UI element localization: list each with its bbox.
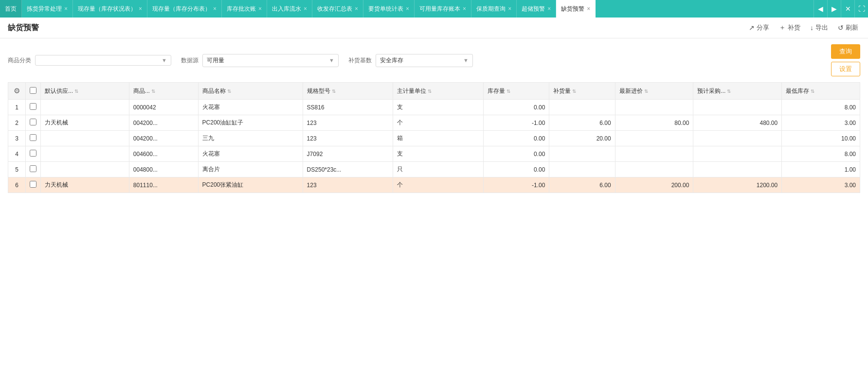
col-est-purchase-header: 预计采购... ⇅ <box>693 83 782 100</box>
export-button[interactable]: ↓ 导出 <box>808 22 830 33</box>
col-min-stock-header: 最低库存 ⇅ <box>782 83 860 100</box>
datasource-select[interactable]: 可用量 ▼ <box>202 54 339 67</box>
row-checkbox-1[interactable] <box>26 100 41 115</box>
row-stock-1: 0.00 <box>484 100 549 115</box>
col-product-code-sort-icon[interactable]: ⇅ <box>151 88 155 94</box>
tab-close-tpy[interactable]: × <box>64 5 68 12</box>
row-spec-1: SS816 <box>303 100 393 115</box>
share-label: 分享 <box>757 23 769 32</box>
tab-label-kcpc: 库存批次账 <box>227 5 256 13</box>
column-settings-icon[interactable]: ⚙ <box>14 87 20 95</box>
replenish-button[interactable]: ＋ 补货 <box>777 22 802 33</box>
tab-close-qhyj[interactable]: × <box>587 5 590 12</box>
tab-kcpc[interactable]: 库存批次账 × <box>222 0 267 18</box>
tab-close-bqcx[interactable]: × <box>508 5 511 12</box>
tab-xcl1[interactable]: 现存量（库存状况表） × <box>73 0 147 18</box>
select-all-checkbox[interactable] <box>30 87 36 94</box>
export-label: 导出 <box>815 23 828 32</box>
row-no-2: 2 <box>8 115 26 131</box>
tab-tpy[interactable]: 拣货异常处理 × <box>22 0 73 18</box>
row-select-3[interactable] <box>30 134 36 141</box>
row-product-code-1: 0000042 <box>129 100 198 115</box>
category-filter-group: 商品分类 ▼ <box>8 55 171 66</box>
table-row: 3 004200... 三九 123 箱 0.00 20.00 10.00 <box>8 131 860 146</box>
filter-actions: 查询 设置 <box>831 44 860 76</box>
tab-label-xcl1: 现存量（库存状况表） <box>78 5 136 13</box>
col-est-purchase-sort-icon[interactable]: ⇅ <box>727 88 731 94</box>
share-button[interactable]: ↗ 分享 <box>747 22 771 33</box>
row-product-name-6: PC200张紧油缸 <box>198 177 303 193</box>
settings-button[interactable]: 设置 <box>831 62 860 76</box>
row-select-6[interactable] <box>30 181 36 188</box>
col-min-stock-sort-icon[interactable]: ⇅ <box>811 88 814 94</box>
tab-kyljkzb[interactable]: 可用量库存账本 × <box>415 0 471 18</box>
col-stock-label: 库存量 <box>488 87 505 95</box>
tab-close-kcpc[interactable]: × <box>258 5 262 12</box>
tab-close-kyljkzb[interactable]: × <box>463 5 466 12</box>
col-stock-sort-icon[interactable]: ⇅ <box>506 88 510 94</box>
replenish-icon: ＋ <box>779 23 786 32</box>
tab-prev-button[interactable]: ◀ <box>814 0 827 18</box>
category-select[interactable]: ▼ <box>35 55 171 66</box>
col-spec-sort-icon[interactable]: ⇅ <box>332 88 336 94</box>
tab-close-sdhz[interactable]: × <box>355 5 358 12</box>
row-checkbox-4[interactable] <box>26 146 41 162</box>
row-select-5[interactable] <box>30 165 36 172</box>
col-supplier-sort-icon[interactable]: ⇅ <box>74 88 78 94</box>
row-checkbox-3[interactable] <box>26 131 41 146</box>
row-est-purchase-5 <box>693 162 782 177</box>
tab-ccyj[interactable]: 超储预警 × <box>517 0 556 18</box>
tab-close-all-button[interactable]: ✕ <box>841 0 854 18</box>
row-select-4[interactable] <box>30 150 36 157</box>
row-replenish-qty-3: 20.00 <box>549 131 615 146</box>
tab-ygdjtjb[interactable]: 要货单统计表 × <box>363 0 415 18</box>
page-container: 缺货预警 ↗ 分享 ＋ 补货 ↓ 导出 ↺ 刷新 商品分类 <box>0 18 868 387</box>
col-replenish-qty-sort-icon[interactable]: ⇅ <box>572 88 576 94</box>
tab-sdhz[interactable]: 收发存汇总表 × <box>312 0 363 18</box>
tab-close-xcl2[interactable]: × <box>213 5 217 12</box>
replenish-base-select-value: 安全库存 <box>380 56 403 65</box>
row-select-2[interactable] <box>30 119 36 125</box>
row-checkbox-5[interactable] <box>26 162 41 177</box>
tab-crls[interactable]: 出入库流水 × <box>267 0 312 18</box>
header-actions: ↗ 分享 ＋ 补货 ↓ 导出 ↺ 刷新 <box>747 22 860 33</box>
col-latest-price-label: 最新进价 <box>619 87 643 95</box>
row-product-code-3: 004200... <box>129 131 198 146</box>
refresh-button[interactable]: ↺ 刷新 <box>836 22 860 33</box>
tab-qhyj[interactable]: 缺货预警 × <box>556 0 596 18</box>
replenish-base-dropdown-icon: ▼ <box>463 57 469 63</box>
col-replenish-qty-header: 补货量 ⇅ <box>549 83 615 100</box>
tab-label-ygdjtjb: 要货单统计表 <box>368 5 403 13</box>
row-supplier-6: 力天机械 <box>41 177 129 193</box>
row-stock-6: -1.00 <box>484 177 549 193</box>
row-spec-6: 123 <box>303 177 393 193</box>
query-button[interactable]: 查询 <box>831 44 860 59</box>
row-stock-3: 0.00 <box>484 131 549 146</box>
tab-home[interactable]: 首页 <box>0 0 22 18</box>
tab-next-button[interactable]: ▶ <box>827 0 841 18</box>
col-unit-sort-icon[interactable]: ⇅ <box>428 88 432 94</box>
row-replenish-qty-2: 6.00 <box>549 115 615 131</box>
row-min-stock-4: 8.00 <box>782 146 860 162</box>
row-select-1[interactable] <box>30 103 36 110</box>
tab-close-crls[interactable]: × <box>304 5 307 12</box>
row-checkbox-2[interactable] <box>26 115 41 131</box>
row-replenish-qty-4 <box>549 146 615 162</box>
tab-close-xcl1[interactable]: × <box>139 5 142 12</box>
col-latest-price-sort-icon[interactable]: ⇅ <box>644 88 648 94</box>
row-latest-price-6: 200.00 <box>615 177 693 193</box>
tab-xcl2[interactable]: 现存量（库存分布表） × <box>147 0 222 18</box>
datasource-filter-label: 数据源 <box>181 56 199 65</box>
tab-fullscreen-button[interactable]: ⛶ <box>854 0 868 18</box>
tab-close-ygdjtjb[interactable]: × <box>406 5 409 12</box>
col-spec-label: 规格型号 <box>307 87 330 95</box>
row-product-name-2: PC200油缸缸子 <box>198 115 303 131</box>
col-checkbox-header <box>26 83 41 100</box>
row-no-5: 5 <box>8 162 26 177</box>
row-checkbox-6[interactable] <box>26 177 41 193</box>
tab-bqcx[interactable]: 保质期查询 × <box>471 0 517 18</box>
tab-close-ccyj[interactable]: × <box>547 5 551 12</box>
col-product-name-sort-icon[interactable]: ⇅ <box>227 88 231 94</box>
replenish-base-select[interactable]: 安全库存 ▼ <box>376 54 473 67</box>
row-no-6: 6 <box>8 177 26 193</box>
